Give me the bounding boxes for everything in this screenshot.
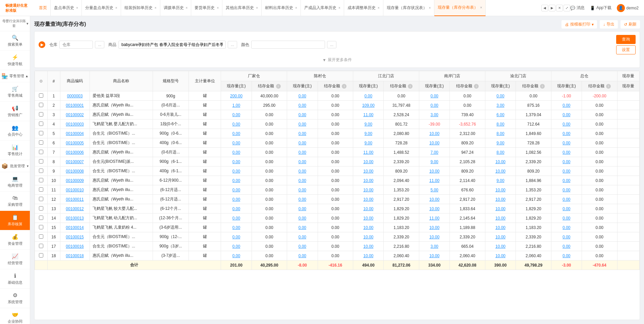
close-icon[interactable]: ×: [256, 6, 258, 10]
sidebar-industry-selector[interactable]: 母婴行业演示陈套 ▾: [0, 16, 30, 31]
goods-dots-btn[interactable]: ...: [228, 41, 237, 48]
sidebar-item-wholesale[interactable]: 📦 批发管理 ▾: [0, 160, 30, 172]
sidebar-item-finance[interactable]: 💰 资金管理: [0, 230, 30, 250]
sidebar-item-system[interactable]: ⚙ 系统管理: [0, 289, 30, 308]
warehouse-dots-btn[interactable]: ...: [95, 41, 104, 48]
app-download-btn[interactable]: 📱 App下载: [590, 5, 611, 11]
info-icon[interactable]: i: [408, 84, 413, 89]
setting-btn[interactable]: 设置: [616, 45, 636, 54]
sidebar-item-retail-mall[interactable]: 🛒 零售商城: [0, 82, 30, 102]
gear-icon[interactable]: ⚙: [39, 79, 43, 84]
sidebar-item-purchase[interactable]: 🛍 采购管理: [0, 192, 30, 211]
sidebar-item-inventory[interactable]: 📋 库存核算: [0, 211, 30, 230]
close-icon[interactable]: ×: [115, 6, 117, 10]
sidebar-item-marketing[interactable]: 📢 营销推广: [0, 102, 30, 121]
row-jiangbei-amt: 1,183.20: [384, 223, 419, 232]
tab-cost-adjust[interactable]: 成本调整单历史 ×: [344, 0, 383, 16]
tab-inventory-check[interactable]: 盘点单历史 ×: [51, 0, 82, 16]
row-checkbox[interactable]: [35, 129, 48, 138]
row-checkbox[interactable]: [35, 101, 48, 110]
row-yubei-amt: 2,917.20: [516, 195, 551, 204]
message-btn[interactable]: 💬 消息: [570, 5, 585, 11]
row-jiangbei-amt: 0.00: [384, 91, 419, 101]
tab-partial-check[interactable]: 分量盘点单历史 ×: [82, 0, 121, 16]
tab-assembly[interactable]: 组装拆卸单历史 ×: [121, 0, 160, 16]
row-checkbox[interactable]: [35, 185, 48, 195]
row-name: 惠氏启赋（Wyeth illu...: [90, 101, 153, 110]
info-icon[interactable]: i: [540, 84, 545, 89]
sidebar-item-search[interactable]: 🔍 搜索英单: [0, 31, 30, 51]
tab-stock-distribution[interactable]: 现存量（库存分布表）×: [434, 0, 486, 16]
row-checkbox[interactable]: [35, 214, 48, 223]
row-checkbox[interactable]: [35, 157, 48, 167]
query-btn[interactable]: 查询: [616, 35, 636, 44]
user-avatar-btn[interactable]: 👤 demo2: [617, 4, 639, 12]
megaphone-icon: 📢: [12, 105, 18, 111]
search-toggle-btn[interactable]: ▶: [39, 41, 45, 48]
close-icon[interactable]: ×: [295, 6, 297, 10]
row-checkbox[interactable]: [35, 148, 48, 157]
tab-stock-status[interactable]: 现存量（库存状况表）×: [383, 0, 435, 16]
close-icon[interactable]: ×: [378, 6, 380, 10]
sidebar-item-retail-stats[interactable]: 📊 零售统计: [0, 141, 30, 160]
goods-input[interactable]: [118, 41, 226, 49]
table-row: 11 00100010 惠氏启赋（Wyeth illu... (6-12月适..…: [35, 185, 640, 195]
row-checkbox[interactable]: [35, 167, 48, 176]
sidebar-item-basicinfo[interactable]: ℹ 基础信息: [0, 269, 30, 289]
info-icon[interactable]: i: [606, 84, 611, 89]
row-checkbox[interactable]: [35, 204, 48, 214]
sidebar-item-ecommerce[interactable]: 💻 电商管理: [0, 172, 30, 192]
close-icon[interactable]: ×: [186, 6, 188, 10]
row-checkbox[interactable]: [35, 176, 48, 185]
sidebar-item-retail-mgmt[interactable]: 🏪 零售管理 ▲: [0, 70, 30, 82]
warehouse-input[interactable]: [59, 41, 93, 49]
row-jiangbei-qty: 10.00: [353, 157, 384, 167]
sidebar-item-quicknav[interactable]: ⚡ 快捷导航: [0, 51, 30, 70]
close-icon[interactable]: ×: [76, 6, 78, 10]
th-gear[interactable]: ⚙: [35, 71, 48, 91]
table-container[interactable]: ⚙ # 商品编码 商品名称 规格型号 主计量单位 厂家仓 陈村仓 江北门店 南岸…: [34, 71, 640, 320]
tab-other-out[interactable]: 其他出库单历史 ×: [222, 0, 262, 16]
tab-transfer[interactable]: 调拨单历史 ×: [160, 0, 192, 16]
sidebar-item-member[interactable]: 👥 会员中心: [0, 121, 30, 141]
row-checkbox[interactable]: [35, 120, 48, 129]
row-checkbox[interactable]: [35, 242, 48, 251]
nav-prev[interactable]: ◀: [541, 5, 548, 11]
row-factory-qty: 0.00: [221, 232, 252, 242]
row-jiangbei-amt: 2,216.80: [384, 242, 419, 251]
row-checkbox[interactable]: [35, 223, 48, 232]
info-icon[interactable]: i: [474, 84, 479, 89]
sidebar-item-operations[interactable]: 📈 经营管理: [0, 250, 30, 269]
row-checkbox[interactable]: [35, 232, 48, 242]
tab-product-in[interactable]: 产成品入库单历史 ×: [301, 0, 344, 16]
row-checkbox[interactable]: [35, 110, 48, 120]
close-icon[interactable]: ×: [429, 6, 431, 10]
expand-conditions-btn[interactable]: ▼ 展开更多条件: [320, 56, 355, 64]
color-dots-btn[interactable]: ...: [327, 41, 336, 48]
info-icon[interactable]: i: [342, 84, 346, 89]
row-checkbox[interactable]: [35, 251, 48, 261]
close-icon[interactable]: ×: [217, 6, 219, 10]
nav-next[interactable]: ▶: [549, 5, 555, 11]
row-checkbox[interactable]: [35, 195, 48, 204]
tab-home[interactable]: 首页: [36, 0, 51, 16]
refresh-btn[interactable]: ↺ 刷新: [621, 20, 640, 29]
color-input[interactable]: [251, 41, 325, 49]
row-code: 00100005: [60, 138, 90, 148]
row-checkbox[interactable]: [35, 91, 48, 101]
close-icon[interactable]: ×: [338, 6, 340, 10]
nav-close-all[interactable]: ✕: [556, 5, 563, 11]
row-current: [617, 204, 639, 214]
print-btn[interactable]: 🖨 按模板打印 ▾: [561, 20, 597, 29]
export-btn[interactable]: ↓ 导出: [600, 20, 618, 29]
close-icon[interactable]: ×: [155, 6, 157, 10]
row-checkbox[interactable]: [35, 138, 48, 148]
info-icon[interactable]: i: [276, 84, 281, 89]
row-current: [617, 176, 639, 185]
sidebar-item-collab[interactable]: 🤝 企业协同: [0, 308, 30, 324]
tab-order[interactable]: 要货单历史 ×: [191, 0, 222, 16]
close-icon[interactable]: ×: [480, 6, 482, 9]
row-name: 爱他美 益草3段: [90, 91, 153, 101]
nav-expand[interactable]: ⤢: [564, 5, 570, 11]
tab-material-out[interactable]: 材料出库单历史 ×: [262, 0, 301, 16]
